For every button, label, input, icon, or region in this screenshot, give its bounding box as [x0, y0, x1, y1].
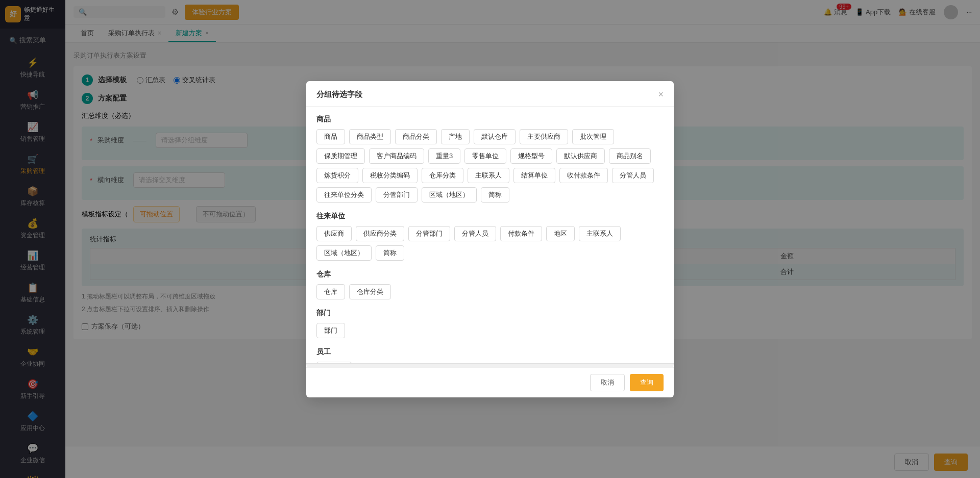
field-tag[interactable]: 重量3: [428, 148, 460, 164]
field-tag[interactable]: 商品类型: [349, 129, 391, 144]
section-department: 部门 部门: [316, 309, 664, 338]
field-tag[interactable]: 结算单位: [513, 168, 555, 183]
section-employee-title: 员工: [316, 347, 664, 357]
field-tag[interactable]: 税收分类编码: [362, 168, 418, 183]
field-tag[interactable]: 地区: [546, 226, 575, 241]
field-tag[interactable]: 主联系人: [468, 168, 509, 183]
section-goods: 商品 商品 商品类型 商品分类 产地 默认仓库 主要供应商 批次管理 保质期管理…: [316, 115, 664, 203]
modal-dialog: 分组待选字段 × 商品 商品 商品类型 商品分类 产地 默认仓库 主要供应商 批…: [306, 81, 674, 397]
section-warehouse-tags: 仓库 仓库分类: [316, 284, 664, 299]
field-tag[interactable]: 零售单位: [464, 148, 506, 164]
field-tag[interactable]: 客户商品编码: [369, 148, 424, 164]
field-tag[interactable]: 分管部门: [376, 187, 418, 203]
field-tag[interactable]: 商品分类: [395, 129, 437, 144]
field-tag[interactable]: 分管部门: [408, 226, 450, 241]
modal-overlay[interactable]: 分组待选字段 × 商品 商品 商品类型 商品分类 产地 默认仓库 主要供应商 批…: [0, 0, 980, 478]
field-tag[interactable]: 商品: [316, 129, 345, 144]
field-tag[interactable]: 主联系人: [579, 226, 621, 241]
field-tag[interactable]: 分管人员: [612, 168, 654, 183]
section-warehouse-title: 仓库: [316, 270, 664, 279]
field-tag[interactable]: 仓库: [316, 284, 345, 299]
section-partner-title: 往来单位: [316, 212, 664, 221]
modal-close-button[interactable]: ×: [658, 89, 664, 100]
section-department-tags: 部门: [316, 323, 664, 338]
field-tag[interactable]: 批次管理: [572, 129, 614, 144]
section-partner: 往来单位 供应商 供应商分类 分管部门 分管人员 付款条件 地区 主联系人 区域…: [316, 212, 664, 261]
field-tag[interactable]: 付款条件: [500, 226, 542, 241]
field-tag[interactable]: 仓库分类: [422, 168, 463, 183]
field-tag[interactable]: 保质期管理: [316, 148, 365, 164]
field-tag[interactable]: 默认供应商: [556, 148, 605, 164]
modal-title: 分组待选字段: [316, 90, 362, 99]
modal-cancel-button[interactable]: 取消: [590, 374, 625, 391]
section-goods-tags: 商品 商品类型 商品分类 产地 默认仓库 主要供应商 批次管理 保质期管理 客户…: [316, 129, 664, 203]
field-tag[interactable]: 规格型号: [510, 148, 552, 164]
section-employee: 员工 业务员: [316, 347, 664, 363]
field-tag[interactable]: 默认仓库: [474, 129, 516, 144]
field-tag[interactable]: 收付款条件: [559, 168, 608, 183]
field-tag[interactable]: 供应商: [316, 226, 352, 241]
field-tag[interactable]: 仓库分类: [349, 284, 391, 299]
modal-confirm-button[interactable]: 查询: [630, 374, 664, 391]
field-tag[interactable]: 区域（地区）: [422, 187, 477, 203]
section-goods-title: 商品: [316, 115, 664, 124]
section-department-title: 部门: [316, 309, 664, 318]
field-tag[interactable]: 简称: [481, 187, 509, 203]
field-tag[interactable]: 简称: [376, 245, 404, 261]
field-tag[interactable]: 往来单位分类: [316, 187, 372, 203]
modal-header: 分组待选字段 ×: [306, 81, 674, 107]
section-warehouse: 仓库 仓库 仓库分类: [316, 270, 664, 299]
field-tag[interactable]: 产地: [441, 129, 470, 144]
field-tag[interactable]: 部门: [316, 323, 345, 338]
field-tag[interactable]: 商品别名: [609, 148, 651, 164]
modal-body: 商品 商品 商品类型 商品分类 产地 默认仓库 主要供应商 批次管理 保质期管理…: [306, 107, 674, 363]
field-tag[interactable]: 供应商分类: [356, 226, 404, 241]
field-tag[interactable]: 区域（地区）: [316, 245, 372, 261]
modal-footer: 取消 查询: [306, 367, 674, 397]
field-tag[interactable]: 炼货积分: [316, 168, 358, 183]
modal-horizontal-scrollbar[interactable]: [306, 363, 674, 367]
field-tag[interactable]: 分管人员: [454, 226, 496, 241]
field-tag[interactable]: 主要供应商: [520, 129, 568, 144]
section-partner-tags: 供应商 供应商分类 分管部门 分管人员 付款条件 地区 主联系人 区域（地区） …: [316, 226, 664, 261]
